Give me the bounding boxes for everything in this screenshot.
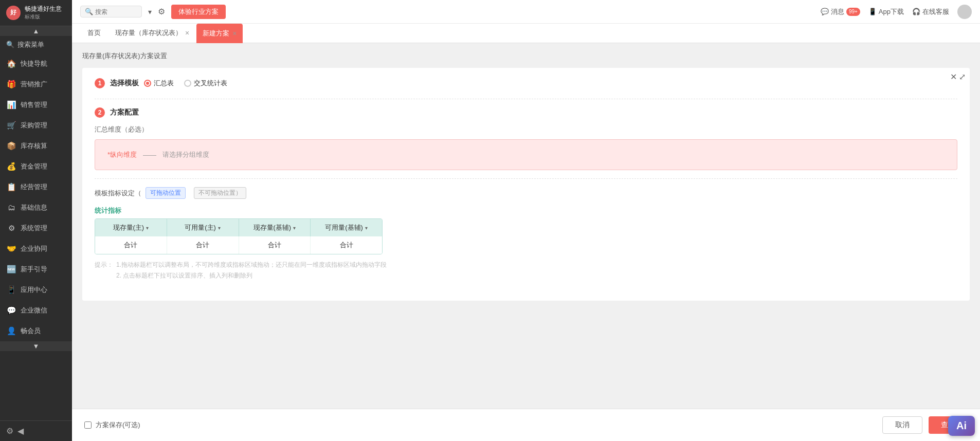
dim-required-star: *纵向维度 xyxy=(107,150,137,159)
sidebar-item-quick-nav[interactable]: 🏠 快捷导航 xyxy=(0,53,72,74)
sidebar-search[interactable]: 🔍 搜索菜单 xyxy=(0,36,72,53)
sidebar-search-label: 搜索菜单 xyxy=(17,40,44,49)
col-header-2[interactable]: 可用量(主) ▾ xyxy=(167,219,239,236)
topbar-search-input[interactable] xyxy=(95,8,136,15)
sidebar-item-label: 经营管理 xyxy=(21,182,47,192)
tab-new-scheme[interactable]: 新建方案 × xyxy=(196,24,243,43)
col-header-3[interactable]: 现存量(基辅) ▾ xyxy=(239,219,311,236)
message-label: 消息 xyxy=(831,7,844,16)
sidebar-item-label: 销售管理 xyxy=(21,100,47,109)
finance-icon: 💰 xyxy=(6,161,16,172)
col-3-label: 现存量(基辅) xyxy=(253,223,292,232)
dim-placeholder[interactable]: 请选择分组维度 xyxy=(162,150,209,159)
save-checkbox[interactable] xyxy=(84,421,92,429)
sidebar-item-label: 库存核算 xyxy=(21,141,47,151)
draggable-badge: 可拖动位置 xyxy=(146,187,186,199)
sidebar-item-wechat[interactable]: 💬 企业微信 xyxy=(0,300,72,321)
tab-bar: 首页 现存量（库存状况表） × 新建方案 × xyxy=(72,24,980,43)
settings-icon[interactable]: ⚙ xyxy=(6,426,13,436)
sidebar-item-label: 企业微信 xyxy=(21,306,47,315)
sidebar-item-label: 营销推广 xyxy=(21,80,47,89)
tab-home-label: 首页 xyxy=(87,28,101,38)
sidebar-item-finance[interactable]: 💰 资金管理 xyxy=(0,156,72,177)
app-version: 标准版 xyxy=(25,13,62,21)
hint-num-1: 提示： xyxy=(95,261,113,269)
app-download-btn[interactable]: 📱 App下载 xyxy=(868,7,904,16)
cancel-button[interactable]: 取消 xyxy=(882,416,922,434)
sidebar-item-operation[interactable]: 📋 经营管理 xyxy=(0,177,72,197)
sidebar-scroll-up[interactable]: ▲ xyxy=(0,26,72,36)
tab-new-label: 新建方案 xyxy=(203,29,229,38)
topbar-search-icon: 🔍 xyxy=(85,8,93,15)
tab-inventory-status[interactable]: 现存量（库存状况表） × xyxy=(108,24,196,43)
topbar-right: 💬 消息 99+ 📱 App下载 🎧 在线客服 xyxy=(821,5,972,19)
sidebar-item-newuser[interactable]: 🆕 新手引导 xyxy=(0,259,72,280)
sidebar-scroll-down[interactable]: ▼ xyxy=(0,341,72,351)
col-2-chevron: ▾ xyxy=(218,225,221,231)
customer-service-btn[interactable]: 🎧 在线客服 xyxy=(912,7,949,16)
sidebar-item-system[interactable]: ⚙ 系统管理 xyxy=(0,218,72,238)
marketing-icon: 🎁 xyxy=(6,79,16,89)
section-divider-1 xyxy=(95,99,957,99)
col-body-4: 合计 xyxy=(311,236,382,254)
section-2-num: 2 xyxy=(95,107,105,118)
sidebar-item-label: 新手引导 xyxy=(21,265,47,274)
section-2: 2 方案配置 汇总维度（必选） *纵向维度 —— 请选择分组维度 模板指标设定（… xyxy=(95,107,957,280)
section-2-header: 2 方案配置 xyxy=(95,107,957,118)
section-1: 1 选择模板 汇总表 交叉统计表 xyxy=(95,78,957,88)
inventory-icon: 📦 xyxy=(6,141,16,151)
tab-new-close[interactable]: × xyxy=(232,30,237,37)
topbar-search-box[interactable]: 🔍 xyxy=(80,6,142,17)
operation-icon: 📋 xyxy=(6,182,16,192)
topbar-dropdown-btn[interactable]: ▾ xyxy=(148,8,152,16)
col-header-1[interactable]: 现存量(主) ▾ xyxy=(95,219,167,236)
tab-home[interactable]: 首页 xyxy=(80,24,108,43)
radio-cross[interactable]: 交叉统计表 xyxy=(184,79,227,88)
metrics-setting: 模板指标设定（ 可拖动位置 不可拖动位置） xyxy=(95,187,957,199)
col-2-label: 可用量(主) xyxy=(185,223,216,232)
sidebar-bottom: ⚙ ◀ xyxy=(0,420,72,441)
footer-left: 方案保存(可选) xyxy=(84,420,140,430)
stats-table-header: 现存量(主) ▾ 可用量(主) ▾ 现存量(基辅) ▾ 可用量(基辅) xyxy=(95,219,382,236)
sidebar-item-label: 企业协同 xyxy=(21,244,47,253)
topbar-left: 🔍 ▾ ⚙ 体验行业方案 xyxy=(80,5,226,19)
message-btn[interactable]: 💬 消息 99+ xyxy=(821,7,860,16)
hints-section: 提示： 1.拖动标题栏可以调整布局，不可跨维度或指标区域拖动；还只能在同一维度或… xyxy=(95,261,957,280)
col-header-4[interactable]: 可用量(基辅) ▾ xyxy=(311,219,382,236)
user-avatar[interactable] xyxy=(957,5,972,19)
metrics-label-text: 模板指标设定（ xyxy=(95,189,141,198)
footer: 方案保存(可选) 取消 查询 xyxy=(72,409,980,441)
panel-controls: ✕ ⤢ xyxy=(950,72,966,82)
quick-nav-icon: 🏠 xyxy=(6,59,16,69)
sidebar-item-member[interactable]: 👤 畅会员 xyxy=(0,321,72,341)
panel-close-btn[interactable]: ✕ xyxy=(950,72,957,82)
radio-summary-label: 汇总表 xyxy=(154,79,174,88)
topbar-gear-btn[interactable]: ⚙ xyxy=(158,7,165,16)
panel-expand-btn[interactable]: ⤢ xyxy=(959,72,966,82)
app-name: 畅捷通好生意 xyxy=(25,5,62,13)
stats-table-title: 统计指标 xyxy=(95,206,957,215)
main-area: 🔍 ▾ ⚙ 体验行业方案 💬 消息 99+ 📱 App下载 🎧 在线客服 xyxy=(72,0,980,441)
sidebar-item-marketing[interactable]: 🎁 营销推广 xyxy=(0,74,72,95)
sidebar-item-basic[interactable]: 🗂 基础信息 xyxy=(0,197,72,218)
dimension-sub-label: 汇总维度（必选） xyxy=(95,125,957,134)
tab-inventory-close[interactable]: × xyxy=(185,29,189,36)
sidebar-item-sales[interactable]: 📊 销售管理 xyxy=(0,95,72,115)
col-4-chevron: ▾ xyxy=(365,225,368,231)
message-badge: 99+ xyxy=(846,8,860,16)
col-body-2: 合计 xyxy=(167,236,239,254)
sidebar-item-inventory[interactable]: 📦 库存核算 xyxy=(0,136,72,156)
collapse-icon[interactable]: ◀ xyxy=(17,426,24,436)
trial-industry-btn[interactable]: 体验行业方案 xyxy=(171,5,226,19)
customer-service-label: 在线客服 xyxy=(922,7,949,16)
member-icon: 👤 xyxy=(6,326,16,336)
template-radio-group: 汇总表 交叉统计表 xyxy=(144,79,227,88)
section-divider-2 xyxy=(95,178,957,179)
dimension-box: *纵向维度 —— 请选择分组维度 xyxy=(95,139,957,170)
sidebar-item-company[interactable]: 🤝 企业协同 xyxy=(0,238,72,259)
sidebar-item-purchase[interactable]: 🛒 采购管理 xyxy=(0,115,72,136)
radio-cross-dot xyxy=(184,80,191,87)
ai-badge[interactable]: Ai xyxy=(948,416,975,436)
sidebar-item-appstore[interactable]: 📱 应用中心 xyxy=(0,280,72,300)
radio-summary[interactable]: 汇总表 xyxy=(144,79,174,88)
